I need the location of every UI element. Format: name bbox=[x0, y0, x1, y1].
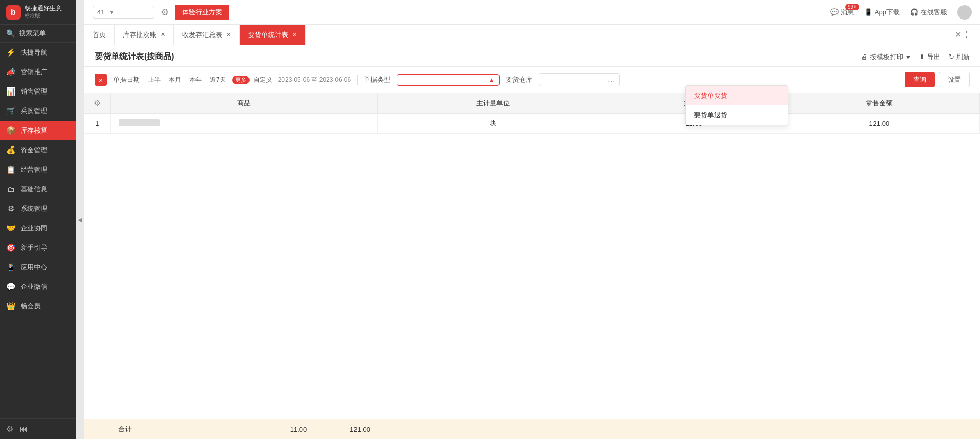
sidebar-item-marketing[interactable]: 📣 营销推广 bbox=[0, 62, 76, 82]
page-title: 要货单统计表(按商品) bbox=[95, 51, 174, 62]
tab-home-label: 首页 bbox=[93, 30, 106, 40]
sidebar-item-member[interactable]: 👑 畅会员 bbox=[0, 297, 76, 316]
sidebar-collapse-handle[interactable]: ◀ bbox=[76, 0, 84, 439]
operations-icon: 📋 bbox=[6, 165, 15, 174]
app-logo-icon: b bbox=[6, 5, 21, 20]
date-preset-recent7[interactable]: 近7天 bbox=[208, 75, 228, 85]
type-filter-chevron-icon[interactable]: ▲ bbox=[488, 76, 495, 84]
sidebar-item-operations[interactable]: 📋 经营管理 bbox=[0, 160, 76, 179]
table-header-row: ⚙ 商品 主计量单位 主数量 零售金额 bbox=[84, 93, 980, 114]
more-filter-icon[interactable]: … bbox=[607, 75, 615, 84]
cell-unit: 块 bbox=[377, 114, 609, 134]
inventory-icon: 📦 bbox=[6, 126, 15, 135]
customer-service-icon: 🎧 bbox=[910, 8, 918, 16]
export-btn[interactable]: ⬆ 导出 bbox=[919, 52, 940, 62]
member-icon: 👑 bbox=[6, 302, 15, 311]
sidebar-item-guide[interactable]: 🎯 新手引导 bbox=[0, 238, 76, 258]
app-download-item[interactable]: 📱 App下载 bbox=[864, 8, 900, 17]
sidebar-item-basic-info[interactable]: 🗂 基础信息 bbox=[0, 179, 76, 199]
customer-service-item[interactable]: 🎧 在线客服 bbox=[910, 8, 947, 17]
sidebar-item-label: 基础信息 bbox=[21, 185, 47, 194]
sidebar-item-finance[interactable]: 💰 资金管理 bbox=[0, 140, 76, 160]
tab-receive-summary-close[interactable]: ✕ bbox=[226, 31, 231, 38]
topbar: 41 ▼ ⚙ 体验行业方案 💬 消息 99+ 📱 App下载 🎧 在线客服 bbox=[84, 0, 980, 25]
sidebar-item-label: 销售管理 bbox=[21, 87, 47, 96]
product-placeholder bbox=[119, 119, 160, 126]
sidebar-search[interactable]: 🔍 搜索菜单 bbox=[0, 25, 76, 43]
warehouse-filter-label: 要货仓库 bbox=[506, 75, 532, 84]
sidebar-item-label: 营销推广 bbox=[21, 67, 47, 77]
sidebar-item-inventory[interactable]: 📦 库存核算 bbox=[0, 121, 76, 140]
sidebar-item-label: 库存核算 bbox=[21, 126, 47, 135]
company-selector-text: 41 bbox=[97, 8, 104, 16]
date-preset-month[interactable]: 本月 bbox=[167, 75, 183, 85]
warehouse-filter-input-wrapper[interactable]: … bbox=[539, 73, 620, 86]
table-settings-icon[interactable]: ⚙ bbox=[94, 99, 101, 107]
date-filter-label: 单据日期 bbox=[113, 75, 140, 84]
tab-receive-summary[interactable]: 收发存汇总表 ✕ bbox=[174, 25, 240, 45]
sidebar-collapse-icon[interactable]: ⏮ bbox=[20, 425, 28, 434]
date-range-text: 2023-05-06 至 2023-06-06 bbox=[278, 76, 351, 83]
topbar-left: 41 ▼ ⚙ 体验行业方案 bbox=[93, 5, 830, 20]
sidebar-item-sales[interactable]: 📊 销售管理 bbox=[0, 82, 76, 101]
tabs-close-all-icon[interactable]: ✕ bbox=[955, 30, 961, 40]
tab-inventory-batch[interactable]: 库存批次账 ✕ bbox=[115, 25, 174, 45]
main-area: 41 ▼ ⚙ 体验行业方案 💬 消息 99+ 📱 App下载 🎧 在线客服 bbox=[84, 0, 980, 439]
template-print-btn[interactable]: 🖨 按模板打印 ▼ bbox=[861, 52, 911, 62]
sidebar-item-purchase[interactable]: 🛒 采购管理 bbox=[0, 101, 76, 121]
template-print-label: 按模板打印 bbox=[870, 52, 903, 62]
sidebar-nav: ⚡ 快捷导航 📣 营销推广 📊 销售管理 🛒 采购管理 📦 库存核算 💰 资金管… bbox=[0, 43, 76, 418]
type-filter-input-wrapper[interactable]: ▲ 要货单要货 要货单退货 bbox=[397, 74, 500, 86]
settings-gear-icon[interactable]: ⚙ bbox=[6, 424, 13, 434]
messages-icon: 💬 bbox=[830, 8, 839, 16]
tab-inventory-batch-label: 库存批次账 bbox=[123, 30, 156, 40]
user-avatar-item[interactable] bbox=[957, 5, 972, 20]
company-selector[interactable]: 41 ▼ bbox=[93, 6, 154, 19]
table-container: ⚙ 商品 主计量单位 主数量 零售金额 1 块 bbox=[84, 93, 980, 419]
filter-expand-btn[interactable]: » bbox=[95, 74, 107, 86]
messages-item[interactable]: 💬 消息 99+ bbox=[830, 8, 854, 17]
cell-amount: 121.00 bbox=[779, 114, 979, 134]
warehouse-filter-input[interactable] bbox=[543, 76, 605, 84]
app-download-icon: 📱 bbox=[864, 8, 872, 16]
dropdown-item-return[interactable]: 要货单退货 bbox=[686, 105, 788, 125]
date-more-badge[interactable]: 更多 bbox=[232, 76, 250, 84]
settings-btn[interactable]: 设置 bbox=[939, 72, 970, 87]
trial-btn[interactable]: 体验行业方案 bbox=[175, 5, 229, 20]
tab-order-summary[interactable]: 要货单统计表 ✕ bbox=[240, 25, 306, 45]
filter-separator-1 bbox=[357, 75, 358, 85]
col-amount: 零售金额 bbox=[779, 93, 979, 114]
sidebar-item-enterprise[interactable]: 🤝 企业协同 bbox=[0, 218, 76, 238]
sidebar-item-label: 企业协同 bbox=[21, 224, 47, 233]
dropdown-item-requisition[interactable]: 要货单要货 bbox=[686, 86, 788, 105]
table-footer: 合计 11.00 121.00 bbox=[84, 419, 980, 439]
type-dropdown: 要货单要货 要货单退货 bbox=[685, 85, 788, 125]
sidebar-item-label: 采购管理 bbox=[21, 106, 47, 116]
sidebar-item-label: 新手引导 bbox=[21, 243, 47, 252]
date-custom-btn[interactable]: 自定义 bbox=[254, 76, 272, 84]
sidebar-item-quick-nav[interactable]: ⚡ 快捷导航 bbox=[0, 43, 76, 62]
sidebar-search-label: 搜索菜单 bbox=[19, 29, 46, 38]
data-table: ⚙ 商品 主计量单位 主数量 零售金额 1 块 bbox=[84, 93, 980, 134]
type-filter-input[interactable] bbox=[401, 76, 488, 84]
cell-product bbox=[110, 114, 377, 134]
tab-home[interactable]: 首页 bbox=[84, 25, 115, 45]
sidebar-logo: b 畅捷通好生意 标准版 bbox=[0, 0, 76, 25]
sidebar-item-system[interactable]: ⚙ 系统管理 bbox=[0, 199, 76, 218]
page-actions: 🖨 按模板打印 ▼ ⬆ 导出 ↻ 刷新 bbox=[861, 52, 970, 62]
sidebar-item-label: 企业微信 bbox=[21, 282, 47, 291]
date-preset-year[interactable]: 本年 bbox=[187, 75, 204, 85]
tabs-expand-icon[interactable]: ⛶ bbox=[966, 30, 974, 40]
tab-inventory-batch-close[interactable]: ✕ bbox=[161, 31, 165, 38]
sidebar-item-app-center[interactable]: 📱 应用中心 bbox=[0, 258, 76, 277]
topbar-gear-icon[interactable]: ⚙ bbox=[161, 7, 169, 18]
date-preset-upper[interactable]: 上半 bbox=[146, 75, 163, 85]
print-icon: 🖨 bbox=[861, 53, 868, 61]
query-btn[interactable]: 查询 bbox=[905, 72, 935, 87]
guide-icon: 🎯 bbox=[6, 243, 15, 252]
tab-order-summary-close[interactable]: ✕ bbox=[292, 31, 297, 38]
print-chevron-icon: ▼ bbox=[905, 54, 911, 60]
sidebar-item-weixin[interactable]: 💬 企业微信 bbox=[0, 277, 76, 297]
refresh-btn[interactable]: ↻ 刷新 bbox=[949, 52, 970, 62]
page-header: 要货单统计表(按商品) 🖨 按模板打印 ▼ ⬆ 导出 ↻ 刷新 bbox=[84, 45, 980, 67]
